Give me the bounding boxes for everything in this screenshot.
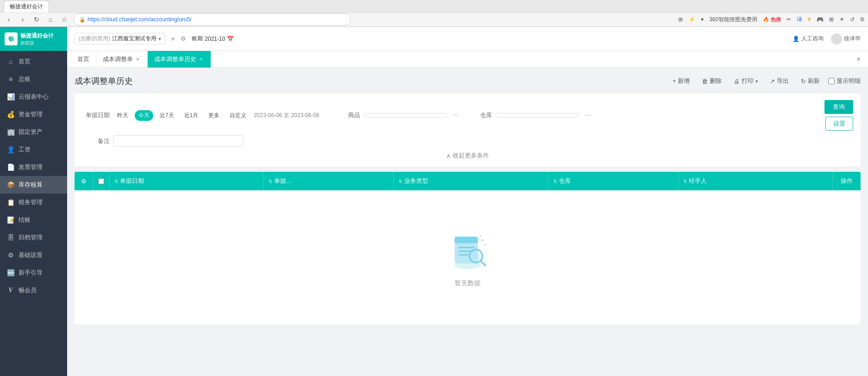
sort-icon-handler: ⇅: [683, 179, 687, 184]
tab-cost-adjust[interactable]: 成本调整单 ×: [96, 51, 148, 68]
sidebar-item-label: 基础设置: [19, 251, 43, 259]
member-icon: V: [6, 287, 15, 294]
translate-icon[interactable]: 译: [797, 16, 802, 24]
grid-icon[interactable]: ⊞: [678, 16, 683, 23]
shortcut-7days[interactable]: 近7天: [156, 110, 178, 121]
shortcut-1month[interactable]: 近1月: [181, 110, 202, 121]
tab-cost-adjust-history[interactable]: 成本调整单历史 ×: [148, 51, 211, 68]
warehouse-filter-dots[interactable]: ···: [583, 111, 593, 119]
sidebar-item-archive[interactable]: 🗄 归档管理: [0, 229, 67, 246]
th-actions: 操作: [833, 172, 861, 190]
delete-button[interactable]: 🗑 删除: [698, 75, 725, 87]
shortcut-yesterday[interactable]: 昨天: [113, 110, 132, 121]
sidebar-item-payroll[interactable]: 👤 工资: [0, 141, 67, 158]
collapse-button[interactable]: ∧ 收起更多条件: [446, 151, 489, 160]
address-text: https://cloud.chanjet.com/accounting/uru…: [87, 16, 191, 23]
sort-icon-type: ⇅: [399, 179, 402, 184]
goods-filter-dots[interactable]: ···: [451, 111, 461, 119]
th-checkbox[interactable]: [93, 172, 110, 190]
refresh-button[interactable]: ↻ 刷新: [797, 75, 824, 87]
date-range-display: 2023-06-06 至 2023-06-06: [254, 112, 319, 119]
right-close-button[interactable]: ×: [853, 55, 864, 63]
sidebar-item-member[interactable]: V 畅会员: [0, 282, 67, 299]
brightness-icon[interactable]: ☀: [839, 16, 844, 23]
show-columns-checkbox[interactable]: [828, 78, 835, 84]
dropdown-icon[interactable]: ▾: [701, 16, 704, 23]
shortcut-custom[interactable]: 自定义: [226, 110, 250, 121]
sidebar-item-settings[interactable]: ⚙ 基础设置: [0, 246, 67, 264]
sidebar-item-closing[interactable]: 📝 结账: [0, 211, 67, 229]
svg-point-11: [480, 235, 481, 237]
browser-address-bar[interactable]: 🔒 https://cloud.chanjet.com/accounting/u…: [73, 13, 351, 25]
service-icon: 👤: [793, 36, 799, 42]
warehouse-filter-select[interactable]: [496, 113, 579, 118]
svg-point-9: [481, 239, 483, 241]
nav-star-button[interactable]: ☆: [59, 14, 69, 25]
sidebar: 畅 畅捷通好会计 旗舰版 ⌂ 首页 ≡ 总账 📊 云报表中心 💰 资金管理: [0, 27, 67, 376]
nav-refresh-button[interactable]: ↻: [31, 14, 42, 25]
filter-area: 单据日期 昨天 今天 近7天 近1月 更多 自定义 2023-06-06 至 2…: [75, 94, 861, 166]
sidebar-item-fixed-assets[interactable]: 🏢 固定资产: [0, 123, 67, 141]
table-header: ⚙ ⇅ 单据日期 ⇅ 单据… ⇅ 业务类型: [75, 172, 861, 190]
sidebar-item-home[interactable]: ⌂ 首页: [0, 53, 67, 70]
filter-settings-button[interactable]: 设置: [825, 117, 853, 131]
nav-home-button[interactable]: ⌂: [45, 14, 56, 25]
top-header-right: 👤 人工咨询 徐泽华: [793, 33, 861, 44]
cut-icon[interactable]: ✂: [787, 16, 791, 23]
add-company-btn[interactable]: +: [171, 35, 175, 43]
tab-cost-adjust-history-close[interactable]: ×: [198, 56, 204, 63]
undo-icon[interactable]: ↺: [850, 16, 855, 23]
settings-circle-icon[interactable]: ⚙: [181, 35, 186, 42]
th-gear[interactable]: ⚙: [75, 172, 93, 190]
search-text[interactable]: 360智能抠图免费用: [709, 16, 757, 24]
sidebar-item-ledger[interactable]: ≡ 总账: [0, 70, 67, 88]
apps-icon[interactable]: ⊞: [829, 16, 834, 23]
sidebar-item-guide[interactable]: 🆕 新手引导: [0, 264, 67, 282]
th-num[interactable]: ⇅ 单据…: [264, 172, 394, 190]
lightning-icon[interactable]: ⚡: [688, 16, 695, 23]
shortcut-today[interactable]: 今天: [135, 110, 153, 121]
nav-back-button[interactable]: ‹: [4, 14, 14, 25]
company-selector[interactable]: (勿删勿禁用) 江西服宝测试专用 ▾: [75, 33, 165, 44]
goods-filter-label: 商品: [332, 111, 360, 119]
select-all-checkbox[interactable]: [98, 178, 104, 184]
menu-icon[interactable]: ≡: [860, 15, 864, 24]
browser-right-icons: ⊞ ⚡ ▾ 360智能抠图免费用 🔥 热搜 ✂ 译 ¥ 🎮 ⊞ ☀ ↺ ≡: [678, 15, 864, 24]
new-button[interactable]: + 新增: [669, 75, 693, 87]
company-dropdown-icon: ▾: [158, 36, 161, 42]
tab-home[interactable]: 首页: [71, 51, 96, 68]
shortcut-more[interactable]: 更多: [205, 110, 223, 121]
sidebar-item-reports[interactable]: 📊 云报表中心: [0, 88, 67, 106]
sidebar-item-invoice[interactable]: 📄 发票管理: [0, 158, 67, 176]
export-button[interactable]: ↗ 导出: [766, 75, 793, 87]
sidebar-item-inventory[interactable]: 📦 库存核算: [0, 176, 67, 194]
period-value: 2021-10: [205, 36, 225, 42]
page-content: 成本调整单历史 + 新增 🗑 删除 🖨 打印 ▾ ↗ 导出: [67, 68, 868, 376]
sidebar-item-label: 固定资产: [19, 128, 43, 136]
warehouse-filter-label: 仓库: [464, 111, 492, 119]
query-button[interactable]: 查询: [824, 100, 853, 114]
tab-cost-adjust-close[interactable]: ×: [135, 56, 141, 63]
th-type[interactable]: ⇅ 业务类型: [394, 172, 548, 190]
th-date[interactable]: ⇅ 单据日期: [110, 172, 264, 190]
user-avatar-area[interactable]: 徐泽华: [831, 33, 861, 44]
remark-filter-input[interactable]: [113, 135, 243, 147]
th-warehouse[interactable]: ⇅ 仓库: [549, 172, 679, 190]
user-service[interactable]: 👤 人工咨询: [793, 35, 824, 43]
th-handler[interactable]: ⇅ 经手人: [679, 172, 833, 190]
goods-filter-select[interactable]: [364, 113, 447, 118]
game-icon[interactable]: 🎮: [817, 16, 824, 23]
sidebar-item-funds[interactable]: 💰 资金管理: [0, 106, 67, 123]
print-dropdown-icon: ▾: [756, 79, 758, 84]
calendar-icon[interactable]: 📅: [227, 36, 234, 42]
browser-tab[interactable]: 畅捷通好会计: [4, 0, 49, 13]
sidebar-item-tax[interactable]: 📋 税务管理: [0, 194, 67, 211]
sidebar-item-label: 工资: [19, 145, 31, 154]
show-columns-toggle[interactable]: 显示明细: [828, 77, 861, 85]
wallet-icon[interactable]: ¥: [808, 16, 811, 23]
print-button[interactable]: 🖨 打印 ▾: [730, 75, 762, 87]
nav-forward-button[interactable]: ›: [18, 14, 28, 25]
logo-text: 畅捷通好会计 旗舰版: [20, 32, 54, 46]
sidebar-item-label: 税务管理: [19, 198, 43, 207]
empty-illustration: [444, 227, 491, 274]
